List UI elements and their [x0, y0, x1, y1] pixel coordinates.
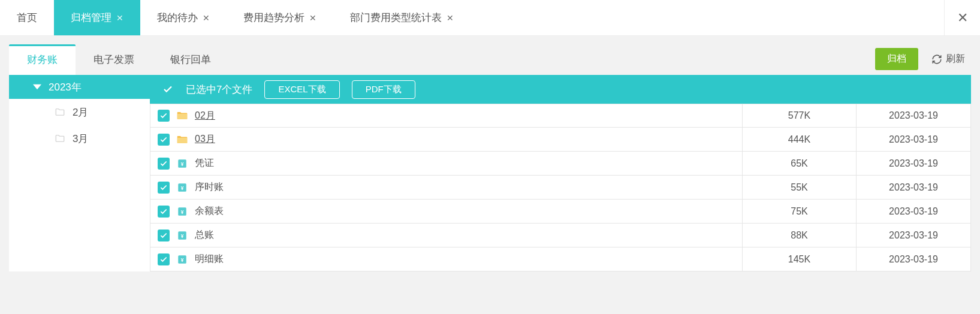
archive-button[interactable]: 归档 [875, 48, 918, 70]
row-checkbox[interactable] [158, 182, 170, 194]
row-size: 88K [743, 224, 857, 247]
row-size: 55K [743, 176, 857, 199]
refresh-icon [931, 54, 942, 65]
nav-label: 部门费用类型统计表 [350, 11, 442, 25]
subtab-finance[interactable]: 财务账 [9, 44, 76, 75]
row-date: 2023-03-19 [857, 247, 970, 271]
row-name-cell: ¥ 余额表 [150, 200, 743, 223]
sidebar-month-3[interactable]: 3月 [9, 125, 150, 152]
folder-icon [55, 107, 65, 117]
year-label: 2023年 [49, 80, 82, 94]
row-name-cell: 03月 [150, 128, 743, 151]
row-date: 2023-03-19 [857, 200, 970, 223]
row-date: 2023-03-19 [857, 104, 970, 127]
action-bar: 归档 刷新 [875, 48, 971, 75]
nav-label: 归档管理 [71, 11, 111, 25]
svg-text:¥: ¥ [181, 209, 184, 215]
nav-tab-my-todo[interactable]: 我的待办 ✕ [140, 0, 227, 35]
pdf-download-button[interactable]: PDF下载 [352, 80, 415, 99]
subtab-bank-receipt[interactable]: 银行回单 [152, 44, 229, 75]
refresh-button[interactable]: 刷新 [931, 53, 965, 65]
svg-text:¥: ¥ [181, 233, 184, 238]
folder-icon [177, 111, 188, 120]
nav-tab-dept-cost-stats[interactable]: 部门费用类型统计表 ✕ [333, 0, 471, 35]
table-row: ¥ 余额表 75K 2023-03-19 [150, 200, 971, 224]
subtab-row: 财务账 电子发票 银行回单 归档 刷新 [9, 45, 971, 75]
row-name[interactable]: 02月 [195, 110, 215, 122]
svg-rect-0 [177, 114, 188, 119]
excel-download-button[interactable]: EXCEL下载 [264, 80, 339, 99]
sidebar-year[interactable]: 2023年 [9, 75, 150, 99]
file-icon: ¥ [177, 206, 188, 217]
row-name[interactable]: 凭证 [195, 157, 214, 170]
file-list: 02月 577K 2023-03-19 03月 444K 2023-03-19 [150, 104, 971, 271]
file-icon: ¥ [177, 230, 188, 241]
table-row: ¥ 明细账 145K 2023-03-19 [150, 247, 971, 271]
folder-icon [55, 133, 65, 144]
nav-label: 费用趋势分析 [243, 11, 304, 25]
selection-bar: 已选中7个文件 EXCEL下载 PDF下载 [150, 75, 971, 104]
nav-tab-archive-mgmt[interactable]: 归档管理 ✕ [54, 0, 140, 35]
row-name-cell: 02月 [150, 104, 743, 127]
folder-icon [177, 135, 188, 144]
row-name-cell: ¥ 明细账 [150, 247, 743, 271]
nav-label: 我的待办 [157, 11, 198, 25]
svg-rect-1 [177, 138, 188, 143]
check-icon[interactable] [162, 83, 174, 95]
table-row: 02月 577K 2023-03-19 [150, 104, 971, 128]
refresh-label: 刷新 [946, 53, 965, 65]
row-name-cell: ¥ 序时账 [150, 176, 743, 199]
nav-label: 首页 [17, 11, 37, 25]
table-row: ¥ 凭证 65K 2023-03-19 [150, 152, 971, 176]
row-name[interactable]: 序时账 [195, 181, 224, 194]
top-nav: 首页 归档管理 ✕ 我的待办 ✕ 费用趋势分析 ✕ 部门费用类型统计表 ✕ ✕ [0, 0, 980, 36]
close-all-button[interactable]: ✕ [944, 0, 980, 36]
table-row: ¥ 序时账 55K 2023-03-19 [150, 176, 971, 200]
svg-text:¥: ¥ [181, 161, 184, 167]
selection-text: 已选中7个文件 [186, 83, 252, 96]
file-icon: ¥ [177, 182, 188, 193]
row-name-cell: ¥ 凭证 [150, 152, 743, 175]
subtab-einvoice[interactable]: 电子发票 [76, 44, 152, 75]
svg-text:¥: ¥ [181, 257, 184, 262]
row-name[interactable]: 余额表 [195, 205, 224, 218]
row-checkbox[interactable] [158, 158, 170, 170]
row-name[interactable]: 总账 [195, 229, 214, 241]
close-icon[interactable]: ✕ [203, 13, 210, 23]
row-checkbox[interactable] [158, 253, 170, 265]
row-checkbox[interactable] [158, 206, 170, 218]
close-icon[interactable]: ✕ [116, 13, 123, 23]
row-name[interactable]: 03月 [195, 133, 215, 146]
row-size: 145K [743, 247, 857, 271]
sidebar-month-2[interactable]: 2月 [9, 99, 150, 125]
row-checkbox[interactable] [158, 230, 170, 241]
nav-tab-home[interactable]: 首页 [0, 0, 54, 35]
row-size: 444K [743, 128, 857, 151]
panel: 2023年 2月 3月 已选中7个文件 EXCEL下载 PDF下载 [9, 75, 971, 271]
row-size: 65K [743, 152, 857, 175]
content-area: 已选中7个文件 EXCEL下载 PDF下载 02月 577K 2023-03-1… [150, 75, 971, 271]
file-icon: ¥ [177, 254, 188, 265]
row-checkbox[interactable] [158, 134, 170, 146]
workspace: 财务账 电子发票 银行回单 归档 刷新 2023年 2月 3月 [0, 36, 980, 314]
nav-tab-cost-trend[interactable]: 费用趋势分析 ✕ [227, 0, 333, 35]
row-name-cell: ¥ 总账 [150, 224, 743, 247]
row-size: 577K [743, 104, 857, 127]
row-date: 2023-03-19 [857, 176, 970, 199]
month-label: 2月 [73, 105, 88, 119]
row-date: 2023-03-19 [857, 128, 970, 151]
row-size: 75K [743, 200, 857, 223]
svg-text:¥: ¥ [181, 185, 184, 191]
row-date: 2023-03-19 [857, 224, 970, 247]
table-row: ¥ 总账 88K 2023-03-19 [150, 224, 971, 247]
row-checkbox[interactable] [158, 110, 170, 122]
close-icon[interactable]: ✕ [309, 13, 316, 23]
chevron-down-icon [33, 83, 41, 91]
table-row: 03月 444K 2023-03-19 [150, 128, 971, 152]
close-icon[interactable]: ✕ [447, 13, 454, 23]
sidebar: 2023年 2月 3月 [9, 75, 150, 271]
row-name[interactable]: 明细账 [195, 253, 224, 265]
file-icon: ¥ [177, 158, 188, 169]
month-label: 3月 [73, 132, 88, 146]
row-date: 2023-03-19 [857, 152, 970, 175]
